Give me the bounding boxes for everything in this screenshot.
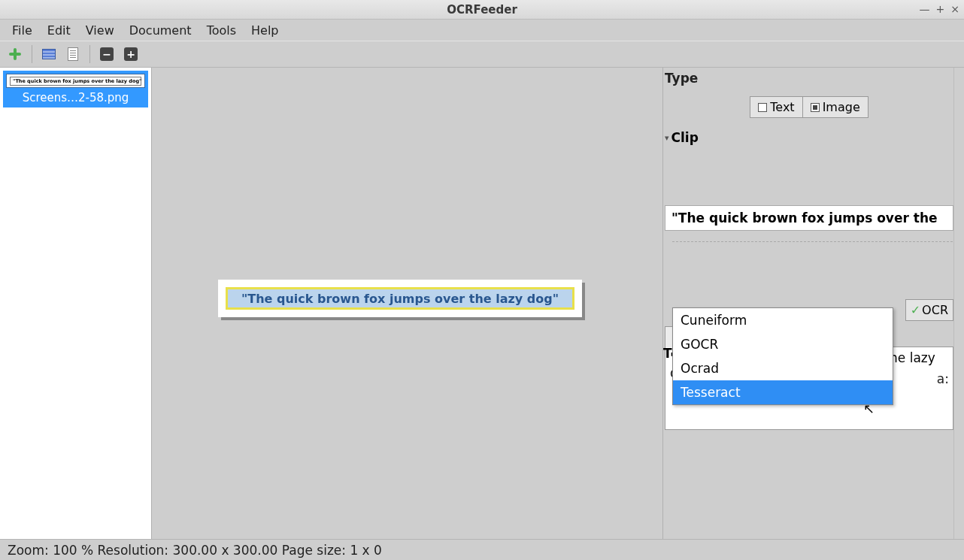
clip-heading: Clip	[671, 130, 699, 145]
menu-view[interactable]: View	[78, 21, 122, 40]
layout-icon	[42, 49, 56, 59]
plus-square-icon: +	[124, 47, 138, 61]
thumbnail-item[interactable]: "The quick brown fox jumps over the lazy…	[3, 71, 148, 107]
toolbar: − +	[0, 41, 964, 68]
statusbar: Zoom: 100 % Resolution: 300.00 x 300.00 …	[0, 539, 964, 560]
engine-option-gocr[interactable]: GOCR	[673, 332, 893, 356]
menu-tools[interactable]: Tools	[199, 21, 244, 40]
menu-edit[interactable]: Edit	[40, 21, 78, 40]
menu-file[interactable]: File	[5, 21, 40, 40]
page-button[interactable]	[62, 44, 83, 65]
ocr-button-label: OCR	[922, 303, 948, 317]
window-title: OCRFeeder	[447, 3, 517, 17]
engine-option-ocrad[interactable]: Ocrad	[673, 356, 893, 380]
ocr-button[interactable]: ✓OCR	[905, 299, 953, 321]
window-controls: — + ×	[920, 3, 959, 15]
menu-document[interactable]: Document	[122, 21, 199, 40]
properties-panel: Type Text Image ▾Clip "The quick brown f…	[663, 68, 964, 539]
menu-help[interactable]: Help	[244, 21, 286, 40]
minimize-icon[interactable]: —	[920, 3, 930, 15]
engine-option-tesseract[interactable]: Tesseract	[673, 380, 893, 404]
clip-preview: "The quick brown fox jumps over the	[665, 205, 953, 231]
type-heading: Type	[665, 68, 953, 89]
zoom-in-button[interactable]: +	[120, 44, 141, 65]
type-image-label: Image	[823, 100, 860, 114]
type-text-label: Text	[770, 100, 794, 114]
main-area: "The quick brown fox jumps over the lazy…	[0, 68, 964, 539]
page-icon	[68, 47, 78, 61]
titlebar: OCRFeeder — + ×	[0, 0, 964, 20]
triangle-down-icon: ▾	[665, 133, 669, 143]
selection-box[interactable]: "The quick brown fox jumps over the lazy…	[226, 287, 574, 310]
page-image[interactable]: "The quick brown fox jumps over the lazy…	[218, 280, 582, 317]
maximize-icon[interactable]: +	[936, 3, 945, 15]
type-text-option[interactable]: Text	[750, 97, 802, 117]
radio-icon	[758, 103, 767, 112]
zoom-out-button[interactable]: −	[96, 44, 117, 65]
menubar: File Edit View Document Tools Help	[0, 20, 964, 41]
selection-text: "The quick brown fox jumps over the lazy…	[241, 292, 559, 306]
thumbnail-label: Screens…2-58.png	[6, 91, 145, 104]
radio-selected-icon	[811, 103, 820, 112]
clip-divider	[672, 241, 964, 242]
thumbnail-sidebar: "The quick brown fox jumps over the lazy…	[0, 68, 152, 539]
clip-expander[interactable]: ▾Clip	[665, 130, 953, 145]
thumbnail-preview: "The quick brown fox jumps over the lazy…	[6, 74, 145, 88]
thumbnail-preview-text: "The quick brown fox jumps over the lazy…	[10, 77, 141, 86]
minus-icon: −	[100, 47, 114, 61]
separator	[89, 45, 90, 63]
vertical-scrollbar[interactable]	[953, 68, 964, 539]
separator	[32, 45, 32, 63]
close-icon[interactable]: ×	[950, 3, 959, 15]
layout-button[interactable]	[38, 44, 59, 65]
engine-dropdown[interactable]: Cuneiform GOCR Ocrad Tesseract	[672, 307, 893, 405]
hidden-label: T	[663, 346, 672, 361]
hidden-label-a: a:	[937, 371, 949, 386]
add-button[interactable]	[5, 44, 26, 65]
canvas[interactable]: "The quick brown fox jumps over the lazy…	[152, 68, 663, 539]
type-options: Text Image	[665, 96, 953, 118]
plus-icon	[9, 48, 21, 60]
status-text: Zoom: 100 % Resolution: 300.00 x 300.00 …	[8, 543, 382, 558]
engine-option-cuneiform[interactable]: Cuneiform	[673, 308, 893, 332]
type-image-option[interactable]: Image	[802, 97, 868, 117]
check-icon: ✓	[911, 303, 920, 317]
